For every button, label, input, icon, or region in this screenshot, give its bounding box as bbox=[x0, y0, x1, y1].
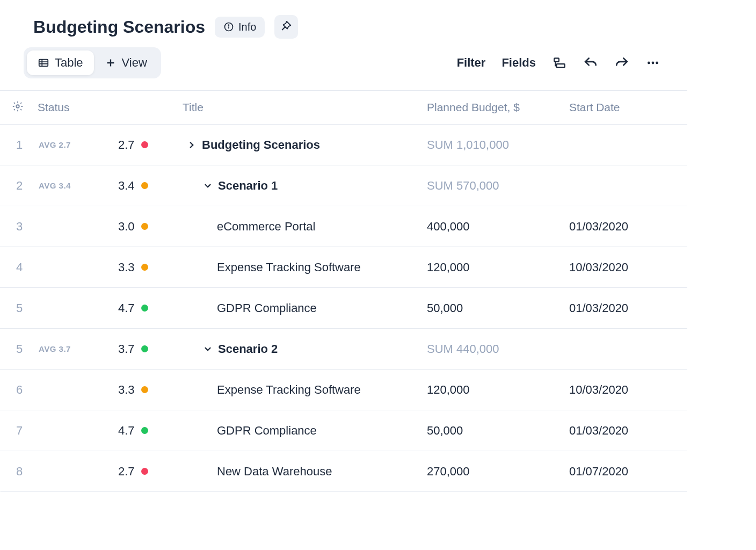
table-row[interactable]: 33.0eCommerce Portal400,00001/03/2020 bbox=[0, 206, 687, 247]
status-dot bbox=[141, 386, 148, 393]
svg-point-2 bbox=[229, 25, 229, 25]
plus-icon bbox=[105, 57, 117, 69]
row-number: 1 bbox=[0, 138, 38, 152]
chevron-right-icon bbox=[187, 140, 197, 150]
undo-icon bbox=[584, 56, 598, 70]
row-score: 3.0 bbox=[118, 220, 183, 234]
tab-add-view[interactable]: View bbox=[94, 50, 158, 75]
row-title[interactable]: eCommerce Portal bbox=[183, 220, 427, 234]
table-row[interactable]: 74.7GDPR Compliance50,00001/03/2020 bbox=[0, 410, 687, 451]
row-budget: 50,000 bbox=[427, 424, 569, 438]
status-dot bbox=[141, 427, 148, 434]
view-tabs: Table View bbox=[24, 47, 161, 78]
row-avg: AVG 3.7 bbox=[38, 344, 118, 354]
info-label: Info bbox=[238, 21, 256, 33]
row-number: 2 bbox=[0, 179, 38, 193]
pin-button[interactable] bbox=[274, 15, 298, 39]
col-status[interactable]: Status bbox=[38, 101, 118, 114]
status-dot bbox=[141, 182, 148, 189]
row-budget: 120,000 bbox=[427, 383, 569, 397]
svg-rect-9 bbox=[554, 58, 559, 62]
fields-button[interactable]: Fields bbox=[501, 56, 536, 70]
tab-table-label: Table bbox=[55, 56, 83, 70]
more-icon bbox=[646, 56, 660, 70]
row-date: 10/03/2020 bbox=[569, 383, 687, 397]
page-title: Budgeting Scenarios bbox=[33, 17, 205, 37]
row-date: 10/03/2020 bbox=[569, 260, 687, 274]
status-dot bbox=[141, 264, 148, 271]
filter-button[interactable]: Filter bbox=[457, 56, 486, 70]
info-icon bbox=[223, 21, 234, 32]
table-row[interactable]: 2AVG 3.43.4Scenario 1SUM 570,000 bbox=[0, 165, 687, 206]
table-row[interactable]: 43.3Expense Tracking Software120,00010/0… bbox=[0, 247, 687, 288]
row-score: 4.7 bbox=[118, 301, 183, 315]
pin-icon bbox=[280, 21, 292, 33]
table-header: Status Title Planned Budget, $ Start Dat… bbox=[0, 90, 687, 125]
row-title[interactable]: Expense Tracking Software bbox=[183, 260, 427, 274]
redo-icon bbox=[615, 56, 629, 70]
layout-icon bbox=[553, 56, 566, 70]
table-row[interactable]: 82.7New Data Warehouse270,00001/07/2020 bbox=[0, 451, 687, 492]
table-row[interactable]: 1AVG 2.72.7Budgeting ScenariosSUM 1,010,… bbox=[0, 125, 687, 165]
row-title[interactable]: Expense Tracking Software bbox=[183, 383, 427, 397]
redo-button[interactable] bbox=[614, 55, 629, 70]
col-title[interactable]: Title bbox=[183, 101, 427, 114]
row-number: 5 bbox=[0, 301, 38, 315]
row-title[interactable]: GDPR Compliance bbox=[183, 301, 427, 315]
row-score: 3.3 bbox=[118, 260, 183, 274]
row-budget: 400,000 bbox=[427, 220, 569, 234]
row-number: 8 bbox=[0, 465, 38, 479]
chevron-down-icon bbox=[203, 344, 213, 354]
svg-point-12 bbox=[652, 62, 655, 64]
col-budget[interactable]: Planned Budget, $ bbox=[427, 101, 569, 114]
row-score: 3.7 bbox=[118, 342, 183, 356]
tab-view-label: View bbox=[122, 56, 147, 70]
data-table: Status Title Planned Budget, $ Start Dat… bbox=[0, 90, 687, 492]
row-date: 01/03/2020 bbox=[569, 220, 687, 234]
svg-rect-3 bbox=[39, 60, 48, 67]
row-score: 2.7 bbox=[118, 465, 183, 479]
row-avg: AVG 2.7 bbox=[38, 140, 118, 150]
row-budget: 120,000 bbox=[427, 260, 569, 274]
table-row[interactable]: 5AVG 3.73.7Scenario 2SUM 440,000 bbox=[0, 329, 687, 370]
row-number: 3 bbox=[0, 220, 38, 234]
row-date: 01/03/2020 bbox=[569, 424, 687, 438]
row-title[interactable]: New Data Warehouse bbox=[183, 465, 427, 479]
status-dot bbox=[141, 345, 148, 352]
svg-rect-10 bbox=[557, 64, 565, 68]
settings-column-button[interactable] bbox=[0, 100, 38, 114]
gear-icon bbox=[12, 100, 24, 112]
status-dot bbox=[141, 141, 148, 148]
row-budget: SUM 1,010,000 bbox=[427, 138, 569, 152]
row-date: 01/03/2020 bbox=[569, 301, 687, 315]
row-budget: 270,000 bbox=[427, 465, 569, 479]
row-budget: SUM 570,000 bbox=[427, 179, 569, 193]
chevron-down-icon bbox=[203, 181, 213, 191]
tab-table[interactable]: Table bbox=[27, 50, 94, 75]
row-title[interactable]: Scenario 1 bbox=[183, 179, 427, 193]
status-dot bbox=[141, 468, 148, 475]
svg-point-13 bbox=[656, 62, 658, 64]
undo-button[interactable] bbox=[583, 55, 598, 70]
layout-button[interactable] bbox=[552, 55, 567, 70]
table-row[interactable]: 63.3Expense Tracking Software120,00010/0… bbox=[0, 370, 687, 410]
more-button[interactable] bbox=[645, 55, 660, 70]
row-score: 3.3 bbox=[118, 383, 183, 397]
row-number: 5 bbox=[0, 342, 38, 356]
row-number: 4 bbox=[0, 260, 38, 274]
row-title[interactable]: Scenario 2 bbox=[183, 342, 427, 356]
row-budget: SUM 440,000 bbox=[427, 342, 569, 356]
status-dot bbox=[141, 223, 148, 230]
row-title[interactable]: GDPR Compliance bbox=[183, 424, 427, 438]
row-number: 6 bbox=[0, 383, 38, 397]
row-avg: AVG 3.4 bbox=[38, 181, 118, 191]
col-start-date[interactable]: Start Date bbox=[569, 101, 687, 114]
row-budget: 50,000 bbox=[427, 301, 569, 315]
svg-point-14 bbox=[16, 105, 19, 108]
info-button[interactable]: Info bbox=[215, 17, 265, 38]
svg-point-11 bbox=[648, 62, 650, 64]
row-score: 2.7 bbox=[118, 138, 183, 152]
table-row[interactable]: 54.7GDPR Compliance50,00001/03/2020 bbox=[0, 288, 687, 329]
row-title[interactable]: Budgeting Scenarios bbox=[183, 138, 427, 152]
row-score: 3.4 bbox=[118, 179, 183, 193]
